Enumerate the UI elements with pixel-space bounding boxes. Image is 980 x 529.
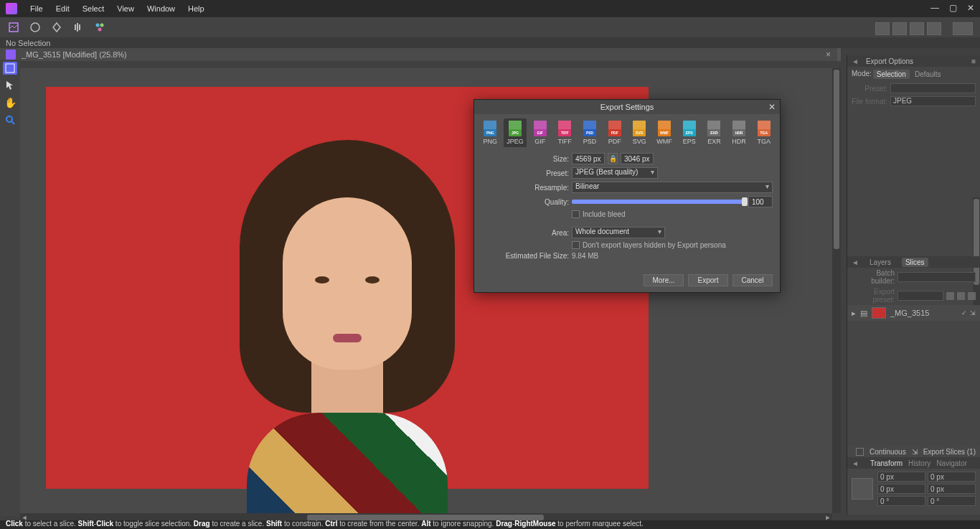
format-svg[interactable]: SVGSVG [628,118,651,147]
size-height-input[interactable] [621,153,654,164]
slice-tool-icon[interactable] [3,62,17,75]
move-tool-icon[interactable] [3,79,17,92]
format-label: EXR [707,138,721,145]
export-options-header[interactable]: ◄ Export Options ≡ [847,55,980,67]
slice-row[interactable]: ▸ ▤ _MG_3515 ✓ ⇲ [847,305,980,321]
menu-file[interactable]: File [30,4,43,13]
anchor-selector[interactable] [852,478,873,500]
continuous-label: Continuous [870,448,906,456]
minimize-icon[interactable]: — [930,3,939,13]
close-icon[interactable]: ✕ [967,3,974,13]
file-format-dropdown[interactable]: JPEG [890,96,976,106]
quality-slider[interactable] [572,200,745,204]
menu-window[interactable]: Window [147,4,175,13]
lock-aspect-icon[interactable]: 🔒 [608,153,618,164]
svg-point-5 [96,24,100,27]
resample-dropdown[interactable]: Bilinear [572,182,773,193]
format-pdf[interactable]: PDFPDF [603,118,626,147]
dialog-close-icon[interactable]: ✕ [768,102,776,112]
export-preset-dropdown[interactable] [897,291,943,301]
dialog-titlebar[interactable]: Export Settings ✕ [474,100,780,114]
develop-persona-icon[interactable] [50,21,63,34]
panel-menu-icon[interactable]: ≡ [971,57,976,65]
menu-select[interactable]: Select [83,4,105,13]
format-png[interactable]: PNGPNG [479,118,502,147]
format-eps[interactable]: EPSEPS [677,118,701,147]
maximize-icon[interactable]: ▢ [949,3,957,13]
format-hdr[interactable]: HDRHDR [727,118,751,147]
export-persona-icon[interactable] [93,21,106,34]
quality-value-input[interactable] [748,196,773,207]
photo-persona-icon[interactable] [7,21,20,34]
chevron-left-icon[interactable]: ◄ [852,258,859,266]
more-button[interactable]: More... [644,274,684,286]
right-panel: ◄ Export Options ≡ Mode: Selection Defau… [847,55,980,515]
export-slices-button[interactable]: Export Slices (1) [923,448,976,456]
left-toolbar: ✋ [0,60,20,516]
mode-tab-defaults[interactable]: Defaults [911,70,945,79]
liquify-persona-icon[interactable] [29,21,42,34]
expand-icon[interactable]: ▸ [852,309,856,318]
batch-builder-dropdown[interactable] [897,272,976,282]
menu-edit[interactable]: Edit [56,4,70,13]
include-bleed-checkbox[interactable] [572,210,580,218]
export-preset-label: Export preset: [852,288,895,304]
mode-label: Mode: [852,70,872,79]
area-dropdown[interactable]: Whole document [572,227,665,238]
hand-tool-icon[interactable]: ✋ [3,96,17,109]
close-tab-icon[interactable]: × [826,50,831,60]
format-jpeg[interactable]: JPGJPEG [504,118,527,147]
document-tab[interactable]: _MG_3515 [Modified] (25.8%) × [0,48,841,61]
transform-r-input[interactable] [877,496,925,506]
format-pdf-icon: PDF [608,121,621,136]
view-dropdown[interactable] [953,22,973,35]
format-wmf[interactable]: WMFWMF [653,118,677,147]
export-button[interactable]: Export [688,274,728,286]
tab-history[interactable]: History [908,459,930,467]
tab-transform[interactable]: Transform [870,459,903,467]
document-thumb-icon [6,50,16,60]
tone-map-persona-icon[interactable] [72,21,85,34]
chevron-left-icon[interactable]: ◄ [852,57,859,65]
transform-s-input[interactable] [928,496,976,506]
export-slice-icon[interactable] [968,292,976,300]
copy-slice-icon[interactable] [946,292,954,300]
format-eps-icon: EPS [683,121,696,136]
format-gif[interactable]: GIFGIF [528,118,552,147]
continuous-checkbox[interactable] [856,448,864,456]
menu-view[interactable]: View [117,4,134,13]
cancel-button[interactable]: Cancel [732,274,773,286]
view-2up-icon[interactable] [892,22,907,35]
format-tga[interactable]: TGATGA [752,118,776,147]
vertical-scrollbar[interactable] [832,68,841,513]
view-tile-icon[interactable] [927,22,941,35]
tick-icon[interactable]: ✓ [961,309,967,317]
transform-w-input[interactable] [877,484,925,494]
format-exr-icon: EXR [707,121,720,136]
transform-h-input[interactable] [928,484,976,494]
format-psd[interactable]: PSDPSD [578,118,602,147]
format-exr[interactable]: EXREXR [702,118,726,147]
delete-slice-icon[interactable] [957,292,965,300]
resample-label: Resample: [481,184,569,192]
dont-export-hidden-checkbox[interactable] [572,241,580,249]
tab-splitter-handle[interactable] [837,48,841,61]
zoom-tool-icon[interactable] [3,113,17,126]
mode-tab-selection[interactable]: Selection [873,70,910,79]
layers-tab[interactable]: Layers [866,258,895,267]
size-width-input[interactable] [572,153,605,164]
view-4up-icon[interactable] [910,22,924,35]
tab-navigator[interactable]: Navigator [936,459,967,467]
svg-point-1 [31,23,39,32]
slices-tab[interactable]: Slices [902,258,928,267]
preset-dropdown[interactable]: JPEG (Best quality) [572,167,658,179]
format-label: EPS [683,138,696,145]
view-single-icon[interactable] [875,22,890,35]
transform-x-input[interactable] [877,472,925,482]
menu-help[interactable]: Help [188,4,204,13]
preset-dropdown[interactable] [890,83,976,93]
format-tiff[interactable]: TIFFTIFF [553,118,577,147]
export-one-icon[interactable]: ⇲ [970,309,976,317]
transform-y-input[interactable] [928,472,976,482]
slice-thumb [872,307,886,319]
